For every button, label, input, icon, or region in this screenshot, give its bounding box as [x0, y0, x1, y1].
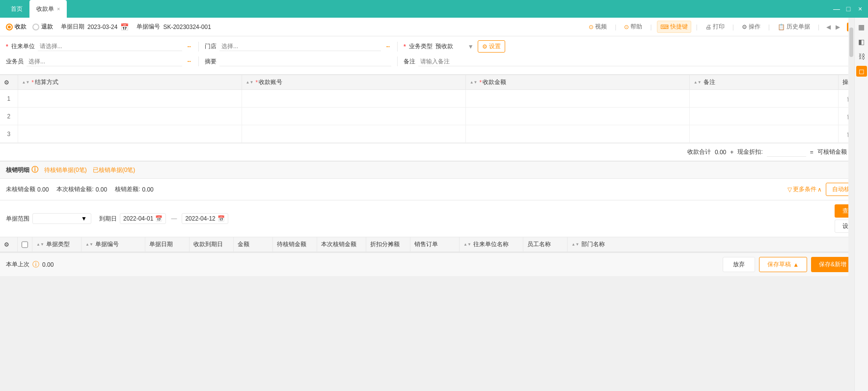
- summary-label: 摘要: [205, 57, 217, 66]
- row1-amount[interactable]: [465, 90, 689, 108]
- radio-refund[interactable]: 退款: [32, 23, 53, 31]
- row1-account[interactable]: [242, 90, 465, 108]
- settings-gear-icon: ⚙: [482, 43, 488, 50]
- counterpart-more-icon[interactable]: ···: [185, 42, 192, 51]
- draft-dropdown-icon[interactable]: ▲: [793, 261, 799, 268]
- store-more-icon[interactable]: ···: [384, 42, 391, 51]
- biz-type-dropdown-icon[interactable]: ▼: [468, 43, 474, 50]
- row2-settlement[interactable]: [18, 108, 242, 125]
- scrollbar-thumb[interactable]: [849, 28, 853, 57]
- writeoff-title: 核销明细 ⓘ: [6, 166, 38, 174]
- radio-refund-label: 退款: [41, 23, 53, 31]
- counterpart-input[interactable]: [38, 42, 182, 51]
- discard-button[interactable]: 放弃: [723, 257, 755, 272]
- row-num-2: 2: [0, 108, 18, 125]
- next-arrow[interactable]: ▶: [834, 23, 842, 31]
- date-from-input[interactable]: 2022-04-01 📅: [120, 213, 166, 224]
- col-account-header: ▲▼ * 收款账号: [242, 75, 465, 90]
- footer-info-icon[interactable]: ⓘ: [32, 260, 39, 269]
- date-to-value: 2022-04-12: [185, 215, 215, 222]
- operate-button[interactable]: ⚙ 操作: [739, 21, 763, 32]
- sidebar-icon-table[interactable]: ▦: [856, 22, 867, 32]
- bt-col-amount: 金额: [234, 237, 273, 251]
- divider4: |: [732, 24, 734, 30]
- bt-col-current: 本次核销金额: [317, 237, 366, 251]
- sort-bill-no-icon[interactable]: ▲▼: [85, 242, 93, 247]
- sep3: [198, 56, 199, 66]
- store-field: 门店 ···: [205, 42, 391, 51]
- writeoff-info-icon[interactable]: ⓘ: [31, 166, 38, 174]
- save-draft-label: 保存草稿: [767, 260, 791, 269]
- summary-input[interactable]: [219, 57, 391, 66]
- row3-amount[interactable]: [465, 125, 689, 143]
- row1-remarks[interactable]: [689, 90, 838, 108]
- bt-col-pending: 待核销金额: [273, 237, 317, 251]
- staff-field: 业务员 ···: [6, 57, 192, 66]
- nav-arrows: ◀ ▶: [824, 23, 842, 31]
- more-conditions-button[interactable]: ▽ 更多条件 ∧: [787, 185, 822, 194]
- bt-col-checkbox[interactable]: [18, 237, 32, 251]
- row3-settlement[interactable]: [18, 125, 242, 143]
- sidebar-icon-link[interactable]: ⛓: [856, 51, 867, 62]
- done-writeoff-tab[interactable]: 已核销单据(0笔): [93, 166, 136, 174]
- range-select[interactable]: ▼: [32, 213, 91, 224]
- calendar-to-icon[interactable]: 📅: [217, 215, 225, 222]
- sort-type-icon[interactable]: ▲▼: [36, 242, 44, 247]
- remarks-input[interactable]: [418, 57, 862, 66]
- scrollbar[interactable]: [848, 18, 854, 391]
- col-settings-header[interactable]: ⚙: [0, 75, 18, 90]
- divider6: |: [818, 24, 819, 30]
- row3-account[interactable]: [242, 125, 465, 143]
- video-button[interactable]: ⊙ 视频: [586, 21, 610, 32]
- staff-input[interactable]: [27, 57, 182, 66]
- date-to-input[interactable]: 2022-04-12 📅: [182, 213, 228, 224]
- current-value: 0.00: [96, 186, 107, 193]
- tab-home[interactable]: 首页: [4, 0, 29, 18]
- row1-settlement[interactable]: [18, 90, 242, 108]
- discount-input[interactable]: [767, 147, 806, 157]
- row2-account[interactable]: [242, 108, 465, 125]
- range-dropdown-icon: ▼: [81, 215, 87, 222]
- sort-settlement-icon[interactable]: ▲▼: [22, 80, 30, 84]
- shortcut-button[interactable]: ⌨ 快捷键: [657, 21, 691, 33]
- staff-more-icon[interactable]: ···: [185, 57, 192, 66]
- pending-writeoff-tab[interactable]: 待核销单据(0笔): [44, 166, 87, 174]
- calendar-from-icon[interactable]: 📅: [155, 215, 163, 222]
- help-button[interactable]: ⊙ 帮助: [621, 21, 645, 32]
- radio-receipt[interactable]: 收款: [6, 23, 27, 31]
- sort-remarks-icon[interactable]: ▲▼: [694, 80, 702, 84]
- sort-dept-icon[interactable]: ▲▼: [571, 242, 579, 247]
- tab-close-icon[interactable]: ×: [57, 6, 60, 12]
- minimize-button[interactable]: —: [833, 5, 841, 13]
- range-filter: 单据范围 ▼: [6, 213, 91, 224]
- sep4: [397, 56, 398, 66]
- sort-amount-icon[interactable]: ▲▼: [470, 80, 478, 84]
- history-button[interactable]: 📋 历史单据: [775, 21, 813, 32]
- print-button[interactable]: 🖨 打印: [703, 21, 728, 32]
- sidebar-icon-panel[interactable]: ◧: [856, 36, 867, 47]
- store-input[interactable]: [219, 42, 381, 51]
- bill-no-value: SK-20230324-001: [163, 24, 211, 30]
- tab-active[interactable]: 收款单 ×: [29, 0, 67, 18]
- sidebar-icon-form[interactable]: ◻: [856, 66, 867, 77]
- select-all-checkbox[interactable]: [22, 241, 28, 248]
- calendar-icon[interactable]: 📅: [120, 23, 129, 31]
- equals-sign: =: [810, 149, 814, 156]
- bt-col-bill-no: ▲▼ 单据编号: [81, 237, 145, 251]
- counterpart-label: 往来单位: [11, 42, 35, 51]
- save-draft-button[interactable]: 保存草稿 ▲: [759, 257, 807, 272]
- row3-remarks[interactable]: [689, 125, 838, 143]
- prev-arrow[interactable]: ◀: [824, 23, 833, 31]
- close-button[interactable]: ×: [856, 5, 864, 13]
- date-value: 2023-03-24: [87, 24, 117, 30]
- sort-company-icon[interactable]: ▲▼: [463, 242, 471, 247]
- maximize-button[interactable]: □: [844, 5, 852, 13]
- date-range-separator: —: [171, 215, 177, 222]
- content-area: 收款 退款 单据日期 2023-03-24 📅 单据编号 SK-20230324…: [0, 18, 868, 391]
- bt-col-settings[interactable]: ⚙: [0, 237, 18, 251]
- row2-remarks[interactable]: [689, 108, 838, 125]
- settings-button[interactable]: ⚙ 设置: [478, 40, 505, 53]
- diff-stat: 核销差额: 0.00: [115, 185, 154, 194]
- sort-account-icon[interactable]: ▲▼: [246, 80, 254, 84]
- row2-amount[interactable]: [465, 108, 689, 125]
